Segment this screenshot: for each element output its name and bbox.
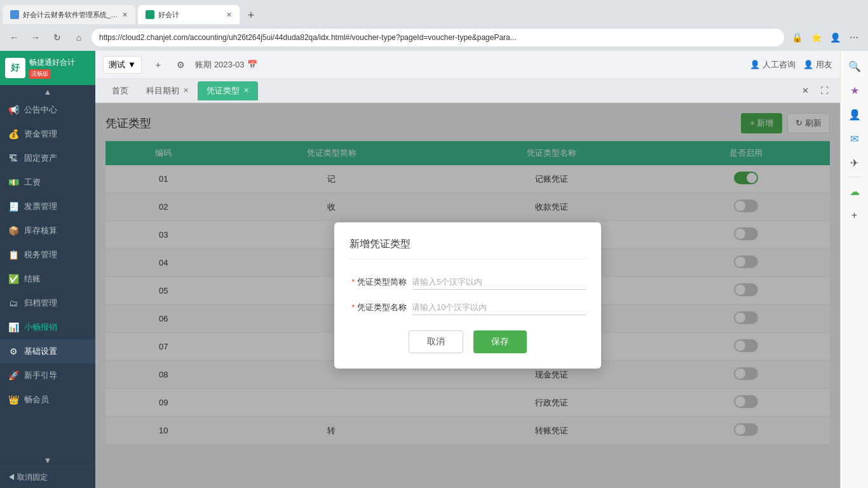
consultant-label: 人工咨询 xyxy=(763,59,796,71)
modal-actions: 取消 保存 xyxy=(349,330,586,353)
more-btn[interactable]: ⋯ xyxy=(845,29,863,46)
workspace-dropdown-icon: ▼ xyxy=(128,60,136,69)
salary-icon: 💵 xyxy=(8,177,19,188)
tab-voucher-close[interactable]: ✕ xyxy=(243,86,249,95)
short-label: 凭证类型简称 xyxy=(349,276,407,288)
guide-icon: 🚀 xyxy=(8,370,19,381)
user-avatar-icon: 👤 xyxy=(803,60,813,69)
sidebar-item-member[interactable]: 👑 畅会员 xyxy=(0,388,95,412)
sidebar-label-invoice: 发票管理 xyxy=(24,201,57,212)
archive-icon: 🗂 xyxy=(8,297,19,309)
logo-icon: 好 xyxy=(5,58,25,78)
cancel-button[interactable]: 取消 xyxy=(409,330,463,353)
sidebar-label-report: 小畅报销 xyxy=(24,322,57,333)
sidebar-label-notice: 公告中心 xyxy=(24,104,57,116)
form-row-short: 凭证类型简称 xyxy=(349,274,586,290)
member-icon: 👑 xyxy=(8,394,19,405)
sidebar-item-archive[interactable]: 🗂 归档管理 xyxy=(0,291,95,315)
address-input[interactable] xyxy=(92,29,784,46)
main-content: 测试 ▼ + ⚙ 账期 2023-03 📅 👤 人工咨询 xyxy=(95,51,840,488)
user-button[interactable]: 👤 用友 xyxy=(803,59,832,71)
forward-button[interactable]: → xyxy=(27,29,44,46)
sidebar-scroll-down[interactable]: ▼ xyxy=(0,454,95,466)
browser-tab-2[interactable]: 好会计 ✕ xyxy=(138,5,240,24)
settings-icon: ⚙ xyxy=(8,346,19,357)
sidebar-item-settings[interactable]: ⚙ 基础设置 xyxy=(0,339,95,363)
sidebar-label-member: 畅会员 xyxy=(24,394,49,405)
sidebar-item-checkout[interactable]: ✅ 结账 xyxy=(0,267,95,291)
tab-home[interactable]: 首页 xyxy=(103,81,137,100)
modal-overlay: 新增凭证类型 凭证类型简称 凭证类型名称 xyxy=(95,103,840,488)
tab-home-label: 首页 xyxy=(112,85,128,97)
consultant-button[interactable]: 👤 人工咨询 xyxy=(750,59,796,71)
add-workspace-btn[interactable]: + xyxy=(149,56,167,74)
sidebar-item-invoice[interactable]: 🧾 发票管理 xyxy=(0,194,95,219)
name-label: 凭证类型名称 xyxy=(349,302,407,313)
browser-chrome: 好会计云财务软件管理系统_会计 ✕ 好会计 ✕ + ← → ↻ ⌂ 🔒 ⭐ 👤 … xyxy=(0,0,868,51)
extensions-btn[interactable]: 🔒 xyxy=(788,29,806,46)
new-tab-button[interactable]: + xyxy=(242,6,260,24)
sidebar-label-guide: 新手引导 xyxy=(24,370,57,381)
tab-subject-close[interactable]: ✕ xyxy=(183,86,189,95)
period-value: 2023-03 xyxy=(214,60,245,69)
tab-collapse-btn[interactable]: ✕ xyxy=(797,83,813,99)
form-row-name: 凭证类型名称 xyxy=(349,300,586,315)
sidebar-item-fund[interactable]: 💰 资金管理 xyxy=(0,122,95,146)
sidebar-item-inventory[interactable]: 📦 库存核算 xyxy=(0,219,95,243)
tab-voucher-label: 凭证类型 xyxy=(207,85,240,97)
sidebar-footer[interactable]: ◀ 取消固定 xyxy=(0,466,95,488)
inventory-icon: 📦 xyxy=(8,225,19,236)
rp-outlook-btn[interactable]: ✉ xyxy=(844,128,865,149)
name-input[interactable] xyxy=(412,300,586,315)
tab-1-close[interactable]: ✕ xyxy=(122,11,128,19)
top-bar-right: 👤 人工咨询 👤 用友 xyxy=(750,59,832,71)
downloads-btn[interactable]: ⭐ xyxy=(807,29,825,46)
settings-btn[interactable]: ⚙ xyxy=(172,56,190,74)
sidebar-scroll: 📢 公告中心 💰 资金管理 🏗 固定资产 💵 工资 🧾 发票管理 📦 库 xyxy=(0,98,95,454)
tab-2-close[interactable]: ✕ xyxy=(226,11,232,19)
home-button[interactable]: ⌂ xyxy=(70,29,88,46)
rp-search-btn[interactable]: 🔍 xyxy=(844,56,865,76)
sidebar-item-guide[interactable]: 🚀 新手引导 xyxy=(0,363,95,388)
rp-cloud-btn[interactable]: ☁ xyxy=(844,181,865,201)
modal-form: 凭证类型简称 凭证类型名称 xyxy=(349,274,586,315)
rp-plus-btn[interactable]: + xyxy=(844,205,865,226)
short-input[interactable] xyxy=(412,274,586,290)
sidebar-logo: 好 畅捷通好合计 流畅版 xyxy=(0,51,95,85)
rp-feather-btn[interactable]: ✈ xyxy=(844,152,865,173)
sidebar-item-notice[interactable]: 📢 公告中心 xyxy=(0,98,95,122)
sidebar: 好 畅捷通好合计 流畅版 ▲ 📢 公告中心 💰 资金管理 🏗 固定资产 💵 xyxy=(0,51,95,488)
profile-btn[interactable]: 👤 xyxy=(826,29,844,46)
workspace-selector[interactable]: 测试 ▼ xyxy=(103,56,142,74)
tab-voucher[interactable]: 凭证类型 ✕ xyxy=(198,81,258,100)
save-button[interactable]: 保存 xyxy=(473,330,527,353)
sidebar-item-asset[interactable]: 🏗 固定资产 xyxy=(0,146,95,170)
user-label: 用友 xyxy=(816,59,832,71)
rp-star-btn[interactable]: ★ xyxy=(844,80,865,100)
tax-icon: 📋 xyxy=(8,249,19,261)
back-button[interactable]: ← xyxy=(5,29,23,46)
checkout-icon: ✅ xyxy=(8,273,19,285)
workspace-name: 测试 xyxy=(109,59,125,71)
page-tabs: 首页 科目期初 ✕ 凭证类型 ✕ ✕ ⛶ xyxy=(95,79,840,103)
tab-bar: 好会计云财务软件管理系统_会计 ✕ 好会计 ✕ + xyxy=(0,0,868,24)
browser-tab-1[interactable]: 好会计云财务软件管理系统_会计 ✕ xyxy=(3,5,135,24)
top-bar: 测试 ▼ + ⚙ 账期 2023-03 📅 👤 人工咨询 xyxy=(95,51,840,79)
modal-title: 新增凭证类型 xyxy=(349,238,586,259)
top-bar-actions: + ⚙ xyxy=(149,56,190,74)
sidebar-item-report[interactable]: 📊 小畅报销 xyxy=(0,315,95,339)
sidebar-scroll-up[interactable]: ▲ xyxy=(0,85,95,98)
rp-user-btn[interactable]: 👤 xyxy=(844,104,865,125)
sidebar-label-asset: 固定资产 xyxy=(24,152,57,164)
tab-expand-btn[interactable]: ⛶ xyxy=(816,83,832,99)
unpin-label: ◀ 取消固定 xyxy=(8,472,48,483)
sidebar-label-settings: 基础设置 xyxy=(24,346,57,357)
sidebar-label-checkout: 结账 xyxy=(24,273,41,285)
fund-icon: 💰 xyxy=(8,128,19,140)
sidebar-item-salary[interactable]: 💵 工资 xyxy=(0,170,95,194)
browser-actions: 🔒 ⭐ 👤 ⋯ xyxy=(788,29,863,46)
sidebar-item-tax[interactable]: 📋 税务管理 xyxy=(0,243,95,267)
tab-subject[interactable]: 科目期初 ✕ xyxy=(137,81,198,100)
sidebar-label-archive: 归档管理 xyxy=(24,297,57,309)
reload-button[interactable]: ↻ xyxy=(48,29,66,46)
